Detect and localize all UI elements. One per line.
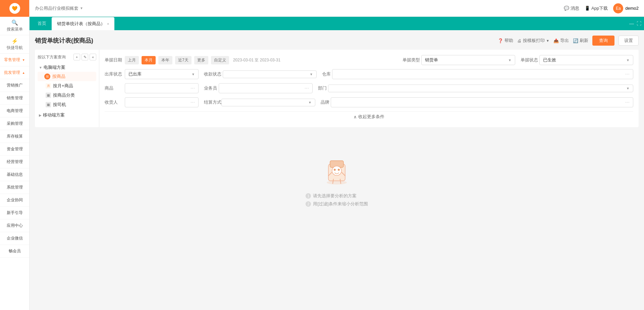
custom-btn[interactable]: 自定义: [211, 56, 229, 64]
settings-button[interactable]: 设置: [619, 36, 639, 46]
scheme-by-category-label: 按商品分类: [53, 92, 75, 98]
refresh-icon: 🔄: [573, 38, 578, 43]
hint-text-1: 请先选择要分析的方案: [313, 193, 357, 199]
sidebar-item-ecommerce[interactable]: 电商管理: [0, 105, 29, 117]
export-btn[interactable]: 📤 导出: [553, 38, 569, 44]
topbar-right: 💬 消息 📱 App下载 Ea demo2: [564, 3, 639, 13]
maximize-btn[interactable]: ⛶: [637, 21, 641, 26]
sidebar-item-system[interactable]: 系统管理: [0, 181, 29, 194]
help-icon: ❓: [498, 38, 503, 43]
query-button[interactable]: 查询: [592, 36, 614, 46]
mobile-scheme-label: 移动端方案: [43, 112, 65, 118]
sidebar-item-marketing[interactable]: 营销推广: [0, 79, 29, 92]
sidebar-item-appstore[interactable]: 应用中心: [0, 219, 29, 232]
salesperson-dots-btn[interactable]: ···: [305, 85, 309, 91]
minimize-btn[interactable]: —: [629, 21, 634, 26]
product-dots-btn[interactable]: ···: [191, 85, 195, 91]
doc-status-select[interactable]: 已生效 ▼: [539, 55, 633, 65]
filter-row-3: 商品 ··· 业务员 ··· 部门 ▼: [105, 83, 633, 93]
sidebar-search[interactable]: 🔍 搜索菜单: [0, 17, 29, 35]
salesperson-label: 业务员: [204, 85, 219, 91]
scheme-by-product-label: 按商品: [52, 73, 65, 80]
salesperson-input[interactable]: ···: [219, 83, 313, 93]
sidebar-item-finance[interactable]: 资金管理: [0, 143, 29, 156]
sidebar-item-enterprise[interactable]: 企业协同: [0, 194, 29, 207]
mobile-scheme-parent[interactable]: ▶ 移动端方案: [38, 111, 96, 119]
industry-dropdown[interactable]: 办公用品行业模拟账套 ▼: [35, 5, 83, 11]
print-btn[interactable]: 🖨 按模板打印 ▼: [517, 38, 549, 44]
sidebar-item-member[interactable]: 畅会员: [0, 245, 29, 258]
search-menu-label: 搜索菜单: [2, 27, 27, 32]
month-scheme-icon: 月: [46, 83, 51, 89]
out-status-label: 出库状态: [105, 71, 125, 77]
doc-type-select[interactable]: 销货单 ▼: [421, 55, 515, 65]
pc-scheme-label: 电脑端方案: [44, 64, 65, 70]
tabbar: 首页 销货单统计表（按商品） × — ⛶: [30, 17, 644, 30]
scheme-by-driver[interactable]: ▦ 按司机: [38, 100, 96, 109]
brand-input[interactable]: ···: [331, 97, 633, 107]
app-download-btn[interactable]: 📱 App下载: [585, 5, 608, 11]
scheme-by-month-product[interactable]: 月 按月+商品: [38, 81, 96, 91]
sidebar-item-operations[interactable]: 经营管理: [0, 156, 29, 168]
filter-row-1: 单据日期 上月 本月 本年 近7天 更多 自定义 2023-03-01 至 20…: [105, 55, 633, 65]
brand-dots-btn[interactable]: ···: [625, 99, 630, 105]
sidebar-item-basic[interactable]: 基础信息: [0, 168, 29, 181]
collapse-scheme-btn[interactable]: «: [90, 54, 96, 60]
scheme-by-driver-label: 按司机: [53, 102, 66, 108]
department-chevron-icon: ▼: [626, 87, 630, 90]
scheme-by-product[interactable]: 按 按商品: [38, 72, 96, 81]
scheme-panel: 按以下方案查询 + ✎ « ▼ 电脑端方案 按 按商品: [35, 50, 99, 127]
settlement-select[interactable]: ▼: [221, 99, 315, 106]
user-area[interactable]: Ea demo2: [613, 3, 639, 13]
tab-close-btn[interactable]: ×: [107, 22, 109, 26]
hint-num-2: 2: [306, 201, 311, 207]
empty-hints: 1 请先选择要分析的方案 2 用[过滤]条件来缩小分析范围: [306, 193, 368, 207]
tab-active[interactable]: 销货单统计表（按商品） ×: [52, 17, 114, 31]
page-header: 销货单统计表(按商品) ❓ 帮助 🖨 按模板打印 ▼ 📤 导出 🔄 刷新: [35, 36, 639, 46]
product-input[interactable]: ···: [125, 83, 199, 93]
this-month-btn[interactable]: 本月: [142, 56, 156, 64]
sidebar-item-retail[interactable]: 零售管理 ▼: [0, 54, 29, 66]
doc-type-value: 销货单: [425, 57, 438, 63]
help-btn[interactable]: ❓ 帮助: [498, 38, 513, 44]
receiver-dots-btn[interactable]: ···: [191, 99, 195, 105]
warehouse-dots-btn[interactable]: ···: [625, 71, 630, 77]
export-icon: 📤: [553, 38, 559, 43]
collapse-btn[interactable]: ∧ 收起更多条件: [105, 111, 633, 122]
date-buttons: 上月 本月 本年 近7天 更多 自定义 2023-03-01 至 2023-03…: [125, 56, 394, 64]
last7-btn[interactable]: 近7天: [175, 56, 192, 64]
message-btn[interactable]: 💬 消息: [564, 5, 579, 11]
more-btn[interactable]: 更多: [194, 56, 208, 64]
username: demo2: [625, 6, 639, 11]
date-label: 单据日期: [105, 57, 125, 63]
dropdown-arrow-icon: ▼: [80, 6, 83, 10]
sidebar-item-purchase[interactable]: 采购管理: [0, 117, 29, 130]
filter-row-4: 收货人 ··· 结算方式 ▼ 品牌 ···: [105, 97, 633, 107]
receiver-input[interactable]: ···: [125, 97, 199, 107]
this-year-btn[interactable]: 本年: [158, 56, 172, 64]
refresh-btn[interactable]: 🔄 刷新: [573, 38, 588, 44]
sidebar-item-wechat[interactable]: 企业微信: [0, 232, 29, 245]
department-select[interactable]: ▼: [328, 85, 633, 92]
scheme-panel-icons: + ✎ «: [73, 54, 96, 60]
sidebar-item-wholesale[interactable]: 批发管理 ▲: [0, 66, 29, 79]
tree-collapsed-icon: ▶: [39, 113, 42, 117]
out-status-select[interactable]: 已出库 ▼: [125, 69, 199, 79]
edit-scheme-btn[interactable]: ✎: [82, 54, 88, 60]
sidebar-quicknav[interactable]: ⚡ 快捷导航: [0, 35, 29, 54]
settlement-chevron-icon: ▼: [308, 101, 312, 104]
sidebar-item-sales[interactable]: 销售管理: [0, 92, 29, 105]
sidebar-item-tutorial[interactable]: 新手引导: [0, 207, 29, 219]
last-month-btn[interactable]: 上月: [125, 56, 139, 64]
scheme-by-category[interactable]: ▦ 按商品分类: [38, 91, 96, 100]
filter-area: 单据日期 上月 本月 本年 近7天 更多 自定义 2023-03-01 至 20…: [99, 50, 639, 127]
payment-status-select[interactable]: ▼: [223, 70, 317, 78]
add-scheme-btn[interactable]: +: [73, 54, 80, 60]
sidebar-item-inventory[interactable]: 库存核算: [0, 130, 29, 143]
hint-text-2: 用[过滤]条件来缩小分析范围: [313, 201, 368, 207]
tab-home[interactable]: 首页: [32, 17, 52, 30]
pc-scheme-parent[interactable]: ▼ 电脑端方案: [38, 63, 96, 72]
warehouse-input[interactable]: ···: [332, 69, 633, 79]
svg-point-0: [327, 180, 347, 185]
logo-icon: 🧡: [9, 3, 20, 14]
